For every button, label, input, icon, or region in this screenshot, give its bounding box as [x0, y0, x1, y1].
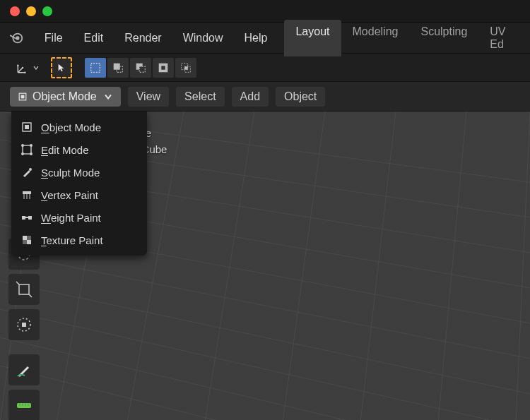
- viewport-header: Object Mode View Select Add Object: [0, 82, 530, 112]
- svg-rect-41: [17, 403, 31, 408]
- svg-point-49: [21, 144, 24, 147]
- svg-rect-62: [27, 240, 31, 244]
- select-extend-button[interactable]: [107, 58, 129, 78]
- select-tool-active[interactable]: [51, 57, 72, 78]
- viewport-left-toolbar: [8, 239, 40, 420]
- svg-rect-61: [23, 236, 27, 240]
- svg-rect-47: [25, 125, 29, 129]
- mode-option-label: Edit Mode: [41, 144, 89, 156]
- menu-render[interactable]: Render: [116, 28, 170, 49]
- svg-point-1: [16, 36, 20, 40]
- mode-option-label: Texture Paint: [41, 234, 103, 246]
- svg-rect-54: [23, 191, 31, 194]
- svg-point-2: [17, 64, 19, 66]
- chevron-down-icon: [33, 64, 40, 71]
- svg-rect-63: [27, 236, 31, 240]
- mode-option-weight-paint[interactable]: Weight Paint: [11, 206, 147, 229]
- chevron-down-icon: [102, 91, 114, 102]
- transform-tool[interactable]: [8, 309, 40, 340]
- select-new-button[interactable]: [85, 58, 106, 78]
- menu-edit[interactable]: Edit: [76, 28, 112, 49]
- menu-help[interactable]: Help: [236, 28, 276, 49]
- svg-rect-9: [139, 66, 145, 72]
- menu-file[interactable]: File: [36, 28, 71, 49]
- mode-option-label: Object Mode: [41, 121, 101, 133]
- menu-add[interactable]: Add: [232, 87, 269, 107]
- menu-view[interactable]: View: [128, 87, 169, 107]
- object-mode-icon: [20, 120, 34, 134]
- main-menubar: File Edit Render Window Help Layout Mode…: [0, 23, 530, 54]
- workspace-tabs: Layout Modeling Sculpting UV Ed: [284, 20, 522, 56]
- svg-rect-16: [21, 95, 25, 98]
- mode-selector-dropdown[interactable]: Object Mode: [10, 87, 121, 107]
- svg-point-53: [29, 168, 32, 171]
- svg-point-50: [30, 144, 33, 147]
- svg-point-3: [24, 71, 26, 73]
- tool-settings-bar: [0, 54, 530, 82]
- svg-rect-48: [23, 145, 31, 154]
- svg-rect-11: [161, 66, 165, 69]
- mode-option-vertex-paint[interactable]: Vertex Paint: [11, 184, 147, 206]
- mode-selector-label: Object Mode: [33, 90, 97, 103]
- weight-paint-icon: [20, 210, 34, 224]
- mode-option-sculpt[interactable]: Sculpt Mode: [11, 161, 147, 184]
- minimize-window-icon[interactable]: [26, 6, 36, 16]
- mode-dropdown-menu: Object Mode Edit Mode Sculpt Mode Vertex…: [11, 112, 147, 256]
- svg-rect-14: [184, 66, 188, 70]
- measure-tool[interactable]: [8, 390, 40, 420]
- menu-object[interactable]: Object: [276, 87, 325, 107]
- mode-option-edit[interactable]: Edit Mode: [11, 138, 147, 161]
- texture-paint-icon: [20, 233, 34, 247]
- svg-rect-5: [91, 63, 100, 72]
- vertex-paint-icon: [20, 188, 34, 202]
- mode-option-label: Vertex Paint: [41, 189, 98, 201]
- mode-option-texture-paint[interactable]: Texture Paint: [11, 229, 147, 251]
- mode-option-label: Sculpt Mode: [41, 167, 100, 179]
- tab-sculpting[interactable]: Sculpting: [409, 20, 478, 56]
- mode-option-label: Weight Paint: [41, 212, 101, 224]
- svg-rect-64: [23, 240, 27, 244]
- tab-uv-editing[interactable]: UV Ed: [478, 20, 522, 56]
- mode-option-object[interactable]: Object Mode: [11, 116, 147, 138]
- annotate-tool[interactable]: [8, 354, 40, 385]
- maximize-window-icon[interactable]: [42, 6, 52, 16]
- select-mode-group: [85, 58, 196, 78]
- select-intersect-button[interactable]: [175, 58, 196, 78]
- svg-rect-40: [22, 323, 26, 327]
- close-window-icon[interactable]: [10, 6, 20, 16]
- select-subtract-button[interactable]: [130, 58, 151, 78]
- sculpt-mode-icon: [20, 165, 34, 179]
- svg-point-4: [22, 66, 24, 68]
- svg-rect-38: [19, 284, 29, 294]
- edit-mode-icon: [20, 143, 34, 157]
- tab-modeling[interactable]: Modeling: [341, 20, 410, 56]
- menu-window[interactable]: Window: [175, 28, 232, 49]
- select-invert-button[interactable]: [153, 58, 174, 78]
- svg-rect-58: [22, 216, 25, 220]
- svg-rect-59: [28, 216, 32, 220]
- object-mode-icon: [17, 91, 28, 102]
- svg-point-52: [30, 152, 33, 155]
- menu-select[interactable]: Select: [176, 87, 224, 107]
- scale-cage-tool[interactable]: [8, 274, 40, 305]
- svg-point-51: [21, 152, 24, 155]
- tab-layout[interactable]: Layout: [284, 20, 341, 56]
- orientation-dropdown[interactable]: [10, 58, 45, 78]
- blender-logo-icon[interactable]: [8, 30, 25, 47]
